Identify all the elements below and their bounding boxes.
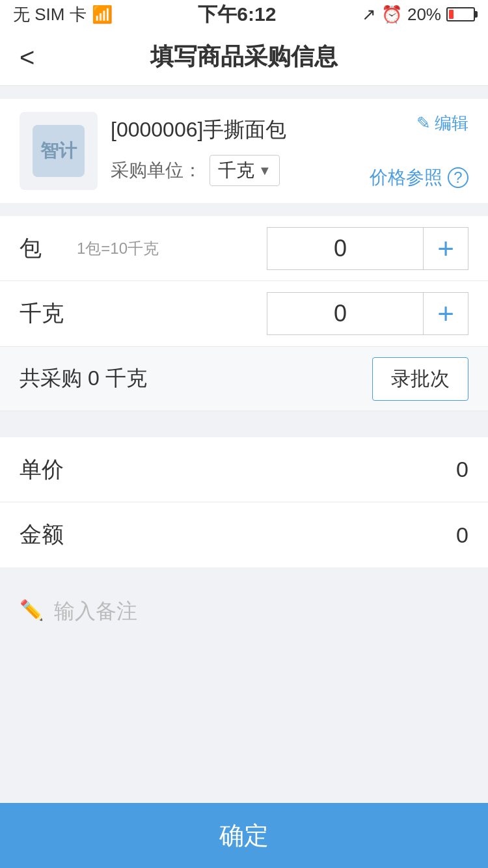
edit-label: 编辑 (435, 112, 468, 135)
kg-row: 千克 + (0, 281, 488, 346)
kg-plus-button[interactable]: + (423, 292, 468, 335)
product-card: 智计 [0000006]手撕面包 采购单位： 千克 ▼ ✎ 编辑 价格参照 ? (0, 99, 488, 203)
amount-value: 0 (456, 522, 468, 548)
input-section: 包 1包=10千克 + 千克 + (0, 216, 488, 346)
nav-bar: < 填写商品采购信息 (0, 29, 488, 86)
amount-label: 金额 (20, 520, 64, 550)
status-bar: 无 SIM 卡 📶 下午6:12 ↗ ⏰ 20% (0, 0, 488, 29)
bao-input[interactable] (267, 227, 423, 270)
price-row: 单价 0 (0, 437, 488, 502)
bao-sublabel: 1包=10千克 (77, 238, 159, 259)
remark-section[interactable]: ✏️ 输入备注 (0, 580, 488, 645)
edit-icon: ✎ (416, 113, 431, 133)
kg-input[interactable] (267, 292, 423, 335)
price-ref-label: 价格参照 (370, 165, 442, 190)
amount-row: 金额 0 (0, 502, 488, 567)
wifi-icon: 📶 (92, 5, 113, 25)
summary-text: 共采购 0 千克 (20, 364, 147, 393)
bao-row: 包 1包=10千克 + (0, 216, 488, 281)
status-time: 下午6:12 (198, 1, 276, 28)
battery-icon (446, 7, 475, 21)
remark-input[interactable]: 输入备注 (54, 597, 137, 626)
batch-button[interactable]: 录批次 (372, 357, 468, 401)
product-logo: 智计 (33, 125, 85, 177)
bao-label: 包 (20, 234, 72, 264)
product-image: 智计 (20, 112, 98, 190)
location-icon: ↗ (362, 5, 376, 25)
product-name: [0000006]手撕面包 (111, 116, 468, 144)
pencil-icon: ✏️ (20, 599, 44, 621)
kg-input-group: + (267, 292, 468, 335)
back-button[interactable]: < (20, 44, 34, 70)
confirm-button[interactable]: 确定 (0, 803, 488, 868)
battery-pct: 20% (407, 5, 441, 25)
help-icon: ? (448, 167, 468, 188)
section-divider-1 (0, 203, 488, 216)
alarm-icon: ⏰ (381, 5, 402, 25)
edit-button[interactable]: ✎ 编辑 (416, 112, 468, 135)
section-divider-2 (0, 411, 488, 424)
unit-value: 千克 (218, 158, 254, 183)
status-left: 无 SIM 卡 📶 (13, 3, 113, 26)
detail-section: 单价 0 金额 0 (0, 437, 488, 567)
page-title: 填写商品采购信息 (150, 41, 338, 73)
kg-label: 千克 (20, 299, 72, 329)
bao-input-group: + (267, 227, 468, 270)
status-right: ↗ ⏰ 20% (362, 5, 475, 25)
price-label: 单价 (20, 455, 64, 485)
sim-label: 无 SIM 卡 (13, 3, 87, 26)
bao-plus-button[interactable]: + (423, 227, 468, 270)
unit-dropdown[interactable]: 千克 ▼ (210, 155, 280, 186)
chevron-down-icon: ▼ (258, 163, 271, 178)
unit-label: 采购单位： (111, 158, 202, 183)
price-value: 0 (456, 457, 468, 482)
summary-section: 共采购 0 千克 录批次 (0, 346, 488, 411)
price-ref-button[interactable]: 价格参照 ? (370, 165, 468, 190)
